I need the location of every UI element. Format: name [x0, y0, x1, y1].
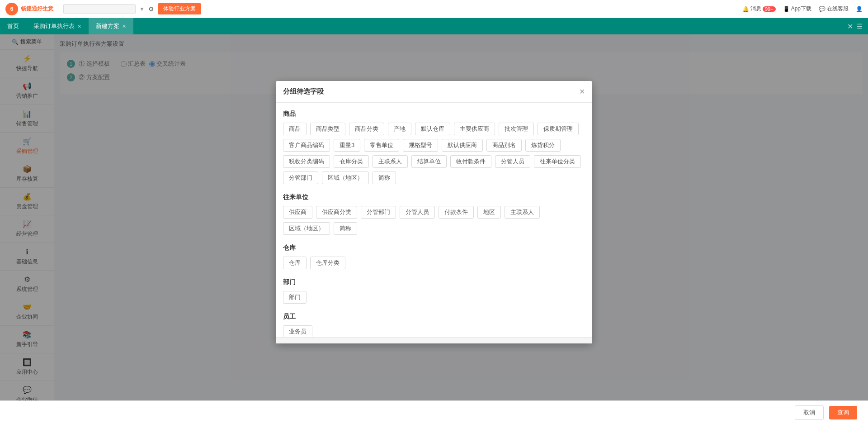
field-tag[interactable]: 产地 [388, 123, 411, 135]
user-avatar[interactable]: 👤 [856, 6, 863, 12]
field-tag[interactable]: 收付款条件 [450, 155, 491, 168]
section-warehouse: 仓库仓库仓库分类 [283, 244, 585, 269]
section-title-employee: 员工 [283, 313, 585, 321]
download-item[interactable]: 📱 App下载 [783, 5, 811, 13]
download-icon: 📱 [783, 6, 790, 12]
section-employee: 员工业务员 [283, 313, 585, 337]
modal-body[interactable]: 商品商品商品类型商品分类产地默认仓库主要供应商批次管理保质期管理客户商品编码重量… [276, 103, 592, 337]
notification-item[interactable]: 🔔 消息 99+ [742, 5, 776, 13]
tab-home-label: 首页 [7, 22, 19, 30]
section-title-partner: 往来单位 [283, 193, 585, 201]
field-tags-warehouse: 仓库仓库分类 [283, 257, 585, 269]
field-tag[interactable]: 仓库分类 [310, 257, 345, 269]
field-tag[interactable]: 区域（地区） [283, 222, 330, 235]
bottom-bar: 取消 查询 [0, 400, 868, 424]
service-item[interactable]: 💬 在线客服 [819, 5, 849, 13]
header-search-input[interactable] [63, 4, 136, 14]
field-tag[interactable]: 主联系人 [505, 206, 540, 219]
modal-close-btn[interactable]: ✕ [579, 87, 585, 96]
modal-title: 分组待选字段 [283, 87, 324, 96]
field-tag[interactable]: 付款条件 [439, 206, 474, 219]
field-tag[interactable]: 分管部门 [283, 172, 318, 184]
field-tags-goods: 商品商品类型商品分类产地默认仓库主要供应商批次管理保质期管理客户商品编码重量3零… [283, 123, 585, 184]
field-tag[interactable]: 默认仓库 [415, 123, 450, 135]
section-title-goods: 商品 [283, 110, 585, 118]
service-icon: 💬 [819, 6, 826, 12]
avatar-icon: 👤 [856, 6, 863, 12]
field-tag[interactable]: 炼货积分 [525, 139, 561, 152]
field-tag[interactable]: 商品 [283, 123, 307, 135]
field-tag[interactable]: 零售单位 [364, 139, 399, 152]
field-tag[interactable]: 商品分类 [349, 123, 384, 135]
logo-icon: 6 [5, 3, 18, 15]
tabs-close-all[interactable]: ✕ [847, 22, 853, 31]
nav-tabs: 首页 采购订单执行表 ✕ 新建方案 ✕ ✕ ☰ [0, 18, 868, 34]
tab-home[interactable]: 首页 [0, 18, 26, 34]
field-tag[interactable]: 商品类型 [310, 123, 345, 135]
field-tags-department: 部门 [283, 291, 585, 304]
field-tag[interactable]: 业务员 [283, 325, 312, 337]
field-tag[interactable]: 商品别名 [486, 139, 522, 152]
field-tag[interactable]: 供应商 [283, 206, 312, 219]
section-goods: 商品商品商品类型商品分类产地默认仓库主要供应商批次管理保质期管理客户商品编码重量… [283, 110, 585, 184]
cancel-button[interactable]: 取消 [795, 405, 824, 420]
field-tag[interactable]: 分管人员 [495, 155, 530, 168]
field-tag[interactable]: 结算单位 [411, 155, 447, 168]
field-tag[interactable]: 仓库分类 [334, 155, 369, 168]
field-tag[interactable]: 主要供应商 [454, 123, 495, 135]
tab-purchase-order[interactable]: 采购订单执行表 ✕ [26, 18, 89, 34]
field-tag[interactable]: 区域（地区） [322, 172, 369, 184]
modal-horizontal-scrollbar[interactable] [276, 337, 592, 343]
field-tag[interactable]: 客户商品编码 [283, 139, 330, 152]
modal-header: 分组待选字段 ✕ [276, 81, 592, 103]
logo-area: 6 畅捷通好生意 [5, 3, 60, 15]
field-tag[interactable]: 保质期管理 [538, 123, 579, 135]
field-tags-employee: 业务员 [283, 325, 585, 337]
field-select-modal: 分组待选字段 ✕ 商品商品商品类型商品分类产地默认仓库主要供应商批次管理保质期管… [276, 81, 592, 343]
logo-text: 畅捷通好生意 [21, 5, 53, 13]
field-tag[interactable]: 税收分类编码 [283, 155, 330, 168]
section-title-department: 部门 [283, 278, 585, 286]
section-partner: 往来单位供应商供应商分类分管部门分管人员付款条件地区主联系人区域（地区）简称 [283, 193, 585, 235]
header-dropdown-btn[interactable]: ▼ [139, 6, 145, 12]
field-tag[interactable]: 部门 [283, 291, 307, 304]
tab-purchase-order-label: 采购订单执行表 [33, 22, 75, 30]
experience-btn[interactable]: 体验行业方案 [158, 3, 201, 14]
field-tag[interactable]: 分管部门 [361, 206, 396, 219]
field-tag[interactable]: 重量3 [334, 139, 360, 152]
field-tag[interactable]: 规格型号 [403, 139, 438, 152]
field-tag[interactable]: 简称 [373, 172, 396, 184]
tab-new-plan-label: 新建方案 [96, 22, 119, 30]
top-header: 6 畅捷通好生意 ▼ ⚙ 体验行业方案 🔔 消息 99+ 📱 App下载 💬 在… [0, 0, 868, 18]
field-tag[interactable]: 批次管理 [499, 123, 534, 135]
field-tag[interactable]: 往来单位分类 [534, 155, 581, 168]
field-tag[interactable]: 简称 [334, 222, 357, 235]
tabs-menu[interactable]: ☰ [857, 23, 863, 30]
section-title-warehouse: 仓库 [283, 244, 585, 252]
header-gear-icon[interactable]: ⚙ [148, 5, 154, 13]
field-tag[interactable]: 仓库 [283, 257, 307, 269]
field-tag[interactable]: 地区 [477, 206, 501, 219]
tab-purchase-order-close[interactable]: ✕ [77, 24, 81, 29]
notification-badge: 99+ [763, 6, 776, 12]
section-department: 部门部门 [283, 278, 585, 304]
field-tag[interactable]: 默认供应商 [442, 139, 483, 152]
tab-new-plan[interactable]: 新建方案 ✕ [89, 18, 133, 34]
field-tag[interactable]: 分管人员 [400, 206, 435, 219]
field-tags-partner: 供应商供应商分类分管部门分管人员付款条件地区主联系人区域（地区）简称 [283, 206, 585, 235]
header-right: 🔔 消息 99+ 📱 App下载 💬 在线客服 👤 [742, 5, 863, 13]
field-tag[interactable]: 主联系人 [373, 155, 408, 168]
confirm-button[interactable]: 查询 [829, 406, 857, 419]
tab-new-plan-close[interactable]: ✕ [122, 24, 126, 29]
field-tag[interactable]: 供应商分类 [316, 206, 357, 219]
notification-icon: 🔔 [742, 6, 749, 12]
